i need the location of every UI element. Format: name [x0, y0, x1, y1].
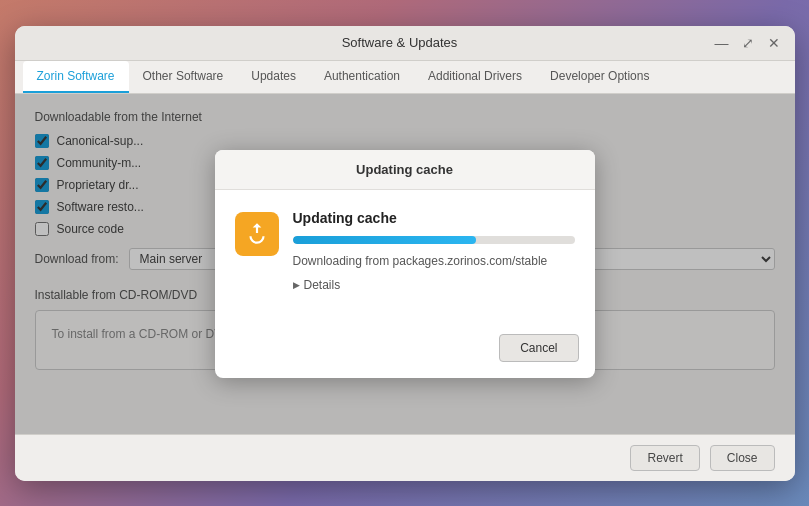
cancel-button[interactable]: Cancel — [499, 334, 578, 362]
minimize-button[interactable]: — — [713, 34, 731, 52]
close-button[interactable]: ✕ — [765, 34, 783, 52]
updating-cache-dialog: Updating cache Updating cache Downloadin… — [215, 150, 595, 378]
close-window-button[interactable]: Close — [710, 445, 775, 471]
dialog-overlay: Updating cache Updating cache Downloadin… — [15, 94, 795, 434]
tab-developer-options[interactable]: Developer Options — [536, 61, 663, 93]
tab-other-software[interactable]: Other Software — [129, 61, 238, 93]
dialog-status: Downloading from packages.zorinos.com/st… — [293, 254, 575, 268]
tab-additional-drivers[interactable]: Additional Drivers — [414, 61, 536, 93]
dialog-title: Updating cache — [293, 210, 575, 226]
dialog-text-col: Updating cache Downloading from packages… — [293, 210, 575, 302]
details-toggle[interactable]: Details — [293, 278, 575, 292]
dialog-footer: Cancel — [215, 324, 595, 378]
tab-authentication[interactable]: Authentication — [310, 61, 414, 93]
update-icon — [235, 212, 279, 256]
titlebar-controls: — ⤢ ✕ — [713, 34, 783, 52]
update-arrow-icon — [244, 221, 270, 247]
tab-bar: Zorin Software Other Software Updates Au… — [15, 61, 795, 94]
tab-zorin-software[interactable]: Zorin Software — [23, 61, 129, 93]
titlebar: Software & Updates — ⤢ ✕ — [15, 26, 795, 61]
dialog-body: Updating cache Downloading from packages… — [215, 190, 595, 324]
bottom-bar: Revert Close — [15, 434, 795, 481]
maximize-button[interactable]: ⤢ — [739, 34, 757, 52]
progress-bar-fill — [293, 236, 476, 244]
window-title: Software & Updates — [87, 35, 713, 50]
progress-bar-container — [293, 236, 575, 244]
dialog-header: Updating cache — [215, 150, 595, 190]
main-window: Software & Updates — ⤢ ✕ Zorin Software … — [15, 26, 795, 481]
tab-updates[interactable]: Updates — [237, 61, 310, 93]
dialog-top-row: Updating cache Downloading from packages… — [235, 210, 575, 302]
main-content: Downloadable from the Internet Canonical… — [15, 94, 795, 434]
revert-button[interactable]: Revert — [630, 445, 699, 471]
